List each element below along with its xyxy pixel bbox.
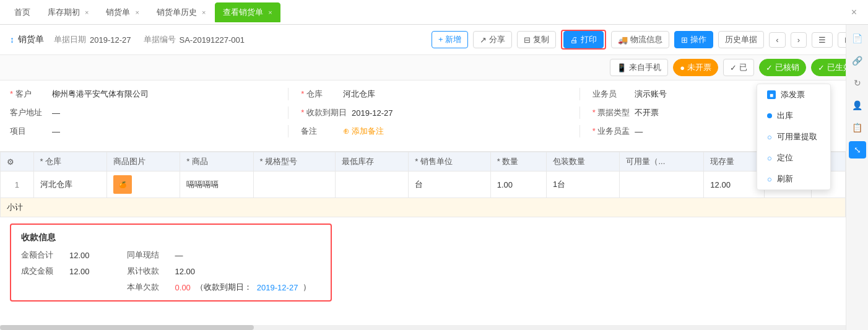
outbound-label: 出库 — [777, 110, 793, 121]
phone-icon: 📱 — [617, 63, 627, 72]
th-product: * 商品 — [180, 152, 253, 172]
outbound-dot — [767, 113, 772, 118]
th-spec: * 规格型号 — [253, 152, 335, 172]
tab-home[interactable]: 首页 — [6, 2, 38, 22]
tab-sales-history-label: 销货单历史 — [157, 7, 197, 18]
doc-title-text: 销货单 — [18, 34, 44, 45]
doc-actions: + 新增 ↗ 分享 ⊟ 复制 🖨 打印 🚚 — [432, 30, 858, 50]
remark-label: 备注 — [301, 126, 338, 137]
tab-view-sales-close[interactable]: × — [268, 9, 272, 16]
sidebar-icon-3[interactable]: ↻ — [849, 74, 866, 92]
doc-date-label: 单据日期 — [54, 34, 86, 45]
copy-label: 复制 — [533, 34, 549, 45]
cancelled-label: 已核销 — [775, 62, 799, 73]
same-order-label: 同单现结 — [127, 250, 170, 261]
bottom-section: 收款信息 金额合计 12.00 成交金额 12.00 — [0, 217, 868, 302]
warehouse-value: 河北仓库 — [343, 89, 375, 100]
owed-suffix: （收款到期日： — [196, 282, 252, 293]
not-open-label: 未开票 — [687, 62, 711, 73]
address-field: 客户地址 — — [10, 107, 276, 118]
check-button[interactable]: ✓ 已 — [723, 59, 754, 76]
tab-sales-close[interactable]: × — [135, 9, 139, 16]
th-image: 商品图片 — [106, 152, 180, 172]
tab-view-sales[interactable]: 查看销货单 × — [215, 2, 280, 22]
th-pack-qty: 包装数量 — [547, 152, 620, 172]
remark-field: 备注 ⊕ 添加备注 — [301, 126, 566, 137]
cancelled-icon: ✓ — [766, 63, 773, 72]
owed-label: 本单欠款 — [127, 282, 170, 293]
info-rows: 金额合计 12.00 成交金额 12.00 同单现结 — — [21, 250, 321, 293]
history-button[interactable]: 历史单据 — [718, 31, 764, 48]
form-row-2: 客户地址 — 收款到期日 2019-12-27 票据类型 不开票 — [10, 106, 858, 119]
sidebar-icon-1[interactable]: 📄 — [849, 30, 866, 47]
logistics-button[interactable]: 🚚 物流信息 — [611, 31, 669, 48]
share-button[interactable]: ↗ 分享 — [473, 31, 512, 48]
tab-sales-label: 销货单 — [106, 7, 130, 18]
truck-icon: 🚚 — [618, 35, 628, 45]
tab-sales-history[interactable]: 销货单历史 × — [149, 2, 214, 22]
divider-3 — [288, 106, 289, 119]
address-value: — — [52, 108, 60, 118]
check-label: 已 — [739, 62, 747, 73]
project-field: 项目 — — [10, 126, 276, 137]
th-current: 现存量 — [704, 152, 764, 172]
share-label: 分享 — [489, 34, 505, 45]
right-sidebar: 📄 🔗 ↻ 👤 📋 ⤡ — [846, 25, 868, 330]
tab-inventory[interactable]: 库存期初 × — [40, 2, 97, 22]
not-open-button[interactable]: ● 未开票 — [673, 59, 718, 76]
history-label: 历史单据 — [725, 34, 757, 45]
sidebar-icon-2[interactable]: 🔗 — [849, 52, 866, 69]
sidebar-icon-6[interactable]: ⤡ — [849, 141, 866, 158]
prev-button[interactable]: ‹ — [769, 32, 785, 48]
dropdown-add-invoice[interactable]: ■ 添发票 — [757, 84, 830, 105]
transaction-label: 成交金额 — [21, 266, 64, 277]
sidebar-icon-5[interactable]: 📋 — [849, 119, 866, 136]
same-order-item: 同单现结 — — [127, 250, 311, 261]
dropdown-locate[interactable]: ○ 定位 — [757, 147, 830, 168]
due-date-value: 2019-12-27 — [352, 108, 393, 118]
product-image: 🍊 — [113, 175, 132, 194]
ticket-icon: ● — [680, 63, 685, 72]
warehouse-field: 仓库 河北仓库 — [301, 89, 566, 100]
tab-sales[interactable]: 销货单 × — [98, 2, 147, 22]
divider-6 — [579, 125, 580, 137]
salesperson-value: 演示账号 — [635, 89, 667, 100]
add-invoice-label: 添发票 — [781, 89, 805, 100]
next-button[interactable]: › — [791, 32, 807, 48]
amount-total-item: 金额合计 12.00 — [21, 250, 90, 261]
dropdown-refresh[interactable]: ○ 刷新 — [757, 168, 830, 189]
project-label: 项目 — [10, 126, 47, 137]
doc-date-value: 2019-12-27 — [90, 35, 131, 45]
add-remark-button[interactable]: ⊕ 添加备注 — [343, 126, 384, 137]
tab-inventory-close[interactable]: × — [85, 9, 89, 16]
due-date-label: 收款到期日 — [301, 107, 347, 118]
window-close-button[interactable]: × — [846, 4, 862, 20]
amount-total-label: 金额合计 — [21, 250, 64, 261]
from-phone-button[interactable]: 📱 来自手机 — [610, 59, 668, 76]
tab-view-sales-label: 查看销货单 — [223, 7, 263, 18]
dropdown-available-qty[interactable]: ○ 可用量提取 — [757, 126, 830, 147]
salesperson-label: 业务员 — [592, 89, 630, 100]
customer-field: 客户 柳州粤港平安气体有限公司 — [10, 89, 276, 100]
dropdown-outbound[interactable]: 出库 — [757, 105, 830, 126]
tab-sales-history-close[interactable]: × — [202, 9, 206, 16]
td-pack-qty: 1台 — [547, 172, 620, 198]
td-unit: 台 — [409, 172, 490, 198]
cancelled-button[interactable]: ✓ 已核销 — [759, 59, 806, 76]
sidebar-icon-4[interactable]: 👤 — [849, 97, 866, 114]
effective-icon: ✓ — [818, 63, 825, 72]
td-spec — [253, 172, 335, 198]
td-warehouse: 河北仓库 — [33, 172, 106, 198]
copy-button[interactable]: ⊟ 复制 — [517, 31, 556, 48]
divider-5 — [288, 125, 289, 137]
print-icon: 🖨 — [570, 35, 578, 45]
action-bar: 📱 来自手机 ● 未开票 ✓ 已 ✓ 已核销 ✓ 已生效 — [0, 55, 868, 80]
locate-label: 定位 — [777, 152, 793, 163]
due-date-field: 收款到期日 2019-12-27 — [301, 107, 566, 118]
view-list-button[interactable]: ☰ — [812, 32, 833, 48]
print-button[interactable]: 🖨 打印 — [563, 31, 604, 48]
table-row: 1 河北仓库 🍊 嗝嗝嗝嗝 台 1.00 1台 12.00 0. — [1, 172, 846, 198]
add-button[interactable]: + 新增 — [432, 31, 468, 48]
operate-button[interactable]: ⊞ 操作 — [674, 31, 713, 48]
info-col-right: 同单现结 — 累计收款 12.00 本单欠款 0.00 （收款到期日： 2019… — [127, 250, 311, 293]
